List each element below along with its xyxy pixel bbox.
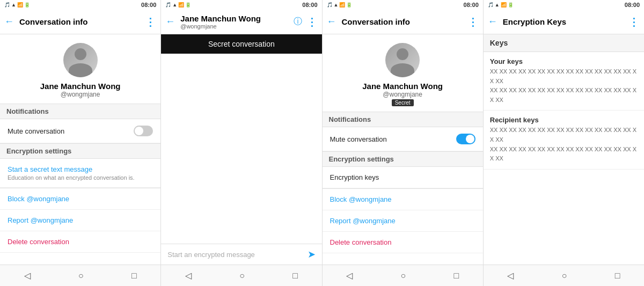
status-bar-1: 🎵 ▲ 📶 🔋 08:00 <box>0 0 160 10</box>
top-bar-3: ← Conversation info ⋮ <box>323 10 483 34</box>
chat-placeholder[interactable]: Start an encrypted message <box>167 251 255 259</box>
chat-input-bar: Start an encrypted message ➤ <box>161 244 321 265</box>
page-title-4: Encryption Keys <box>503 17 628 26</box>
secret-bar: Secret conversation <box>161 34 321 54</box>
your-keys-value2: XX XX XX XX XX XX XX XX XX XX XX XX XX X… <box>490 86 638 105</box>
encryption-keys-item[interactable]: Encryption keys <box>323 167 483 188</box>
mute-toggle-item-3: Mute conversation <box>323 127 483 151</box>
status-icons-3: 🎵 ▲ 📶 🔋 <box>327 2 353 8</box>
avatar-3 <box>385 43 420 77</box>
screen2: 🎵 ▲ 📶 🔋 08:00 ← Jane Manchun Wong @wongm… <box>161 0 322 286</box>
wifi-icon: 📶 <box>17 2 23 8</box>
bottom-nav-1: ◁ ○ □ <box>0 265 160 286</box>
wifi-icon-2: 📶 <box>178 2 184 8</box>
more-menu-4[interactable]: ⋮ <box>628 16 640 28</box>
recipient-keys-value1: XX XX XX XX XX XX XX XX XX XX XX XX XX X… <box>490 126 638 144</box>
info-icon-2[interactable]: ⓘ <box>294 16 302 27</box>
screen4-content: Keys Your keys XX XX XX XX XX XX XX XX X… <box>484 34 644 265</box>
page-title-1: Conversation info <box>19 17 145 26</box>
block-item-1[interactable]: Block @wongmjane <box>0 188 160 210</box>
delete-item-1[interactable]: Delete conversation <box>0 231 160 253</box>
back-nav-2[interactable]: ◁ <box>185 270 192 281</box>
section-encryption-1: Encryption settings <box>0 143 160 159</box>
screen3: 🎵 ▲ 📶 🔋 08:00 ← Conversation info ⋮ Jane… <box>323 0 484 286</box>
your-keys-block: Your keys XX XX XX XX XX XX XX XX XX XX … <box>484 52 644 111</box>
mute-toggle-1[interactable] <box>134 126 153 136</box>
battery-icon-4: 🔋 <box>508 2 514 8</box>
screen4: 🎵 ▲ 📶 🔋 08:00 ← Encryption Keys ⋮ Keys Y… <box>484 0 644 286</box>
wifi-icon-4: 📶 <box>501 2 507 8</box>
screen2-content <box>161 54 321 244</box>
profile-name-3: Jane Manchun Wong <box>362 82 443 91</box>
back-nav-1[interactable]: ◁ <box>24 270 31 281</box>
secret-message-sub: Education on what an encrypted conversat… <box>8 174 135 181</box>
bluetooth-icon-3: 🎵 <box>327 2 333 8</box>
time-3: 08:00 <box>464 2 479 8</box>
delete-item-3[interactable]: Delete conversation <box>323 232 483 253</box>
back-button-3[interactable]: ← <box>327 16 336 27</box>
profile-section-3: Jane Manchun Wong @wongmjane Secret <box>323 34 483 112</box>
recent-nav-2[interactable]: □ <box>292 271 298 281</box>
home-nav-1[interactable]: ○ <box>78 271 84 281</box>
top-bar-4: ← Encryption Keys ⋮ <box>484 10 644 34</box>
battery-icon-2: 🔋 <box>185 2 191 8</box>
status-icons-1: 🎵 ▲ 📶 🔋 <box>4 2 30 8</box>
bottom-nav-2: ◁ ○ □ <box>161 265 321 286</box>
signal-icon: ▲ <box>11 2 16 8</box>
title-block-1: Conversation info <box>19 17 145 26</box>
back-nav-4[interactable]: ◁ <box>507 270 514 281</box>
home-nav-4[interactable]: ○ <box>562 271 567 281</box>
screen1: 🎵 ▲ 📶 🔋 08:00 ← Conversation info ⋮ Jane… <box>0 0 161 286</box>
more-menu-2[interactable]: ⋮ <box>306 16 318 28</box>
title-block-3: Conversation info <box>342 17 467 26</box>
back-button-2[interactable]: ← <box>165 16 175 27</box>
battery-icon: 🔋 <box>24 2 30 8</box>
report-item-3[interactable]: Report @wongmjane <box>323 210 483 232</box>
title-block-4: Encryption Keys <box>503 17 628 26</box>
home-nav-2[interactable]: ○ <box>239 271 245 281</box>
home-nav-3[interactable]: ○ <box>400 271 406 281</box>
section-notifications-1: Notifications <box>0 104 160 119</box>
recent-nav-4[interactable]: □ <box>615 271 620 281</box>
recipient-keys-block: Recipient keys XX XX XX XX XX XX XX XX X… <box>484 111 644 169</box>
time-1: 08:00 <box>141 2 156 8</box>
send-button[interactable]: ➤ <box>308 248 316 260</box>
bluetooth-icon-2: 🎵 <box>165 2 171 8</box>
block-item-3[interactable]: Block @wongmjane <box>323 189 483 210</box>
signal-icon-3: ▲ <box>334 2 339 8</box>
report-item-1[interactable]: Report @wongmjane <box>0 210 160 231</box>
screens-container: 🎵 ▲ 📶 🔋 08:00 ← Conversation info ⋮ Jane… <box>0 0 644 286</box>
back-button-4[interactable]: ← <box>488 16 497 27</box>
avatar-1 <box>63 43 98 77</box>
page-title-3: Conversation info <box>342 17 467 26</box>
secret-message-item[interactable]: Start a secret text message Education on… <box>0 159 160 188</box>
secret-message-label: Start a secret text message <box>8 165 92 173</box>
more-menu-1[interactable]: ⋮ <box>145 16 156 28</box>
recent-nav-1[interactable]: □ <box>131 271 137 281</box>
bottom-nav-4: ◁ ○ □ <box>484 265 644 286</box>
title-block-2: Jane Manchun Wong @wongmjane <box>180 14 293 30</box>
encryption-keys-label: Encryption keys <box>330 173 379 181</box>
battery-icon-3: 🔋 <box>346 2 352 8</box>
recent-nav-3[interactable]: □ <box>453 271 459 281</box>
recipient-keys-label: Recipient keys <box>490 116 638 124</box>
recipient-keys-value2: XX XX XX XX XX XX XX XX XX XX XX XX XX X… <box>490 145 638 164</box>
profile-handle-3: @wongmjane <box>383 91 422 98</box>
back-button-1[interactable]: ← <box>4 16 14 27</box>
time-4: 08:00 <box>625 2 640 8</box>
back-nav-3[interactable]: ◁ <box>346 270 353 281</box>
top-bar-1: ← Conversation info ⋮ <box>0 10 160 34</box>
profile-handle-1: @wongmjane <box>61 91 100 98</box>
keys-section-header: Keys <box>484 34 644 52</box>
time-2: 08:00 <box>302 2 317 8</box>
your-keys-label: Your keys <box>490 57 638 65</box>
mute-label-3: Mute conversation <box>330 135 387 143</box>
bluetooth-icon-4: 🎵 <box>488 2 494 8</box>
profile-name-1: Jane Manchun Wong <box>40 82 121 91</box>
bottom-nav-3: ◁ ○ □ <box>323 265 483 286</box>
more-menu-3[interactable]: ⋮ <box>467 16 479 28</box>
secret-badge-3: Secret <box>392 99 414 106</box>
status-icons-4: 🎵 ▲ 📶 🔋 <box>488 2 514 8</box>
mute-toggle-3[interactable] <box>456 134 475 144</box>
wifi-icon-3: 📶 <box>339 2 345 8</box>
